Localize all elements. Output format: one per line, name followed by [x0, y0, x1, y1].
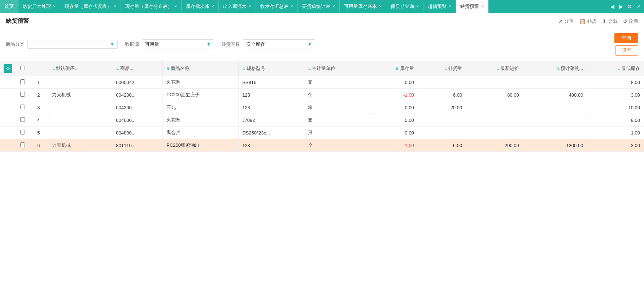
tab-label: 缺货预警 [460, 3, 479, 10]
row-number: 4 [29, 114, 48, 127]
tab-order-stats[interactable]: 要货单统计表 × [298, 0, 340, 13]
datasource-value: 可用量 [145, 41, 159, 48]
tab-receipt-summary[interactable]: 收发存汇总表 × [256, 0, 298, 13]
refresh-action[interactable]: ↺ 刷新 [623, 18, 638, 25]
tab-inout-flow[interactable]: 出入库流水 × [219, 0, 256, 13]
category-select[interactable]: ▼ [27, 40, 118, 49]
tab-label: 出入库流水 [223, 3, 247, 10]
tab-exception[interactable]: 炼货异常处理 × [18, 0, 60, 13]
sort-icon: ⇅ [444, 67, 447, 71]
row-checkbox[interactable] [20, 105, 25, 109]
tab-label: 首页 [4, 3, 14, 10]
th-stock-qty[interactable]: ⇅ 库存量 [370, 61, 418, 76]
tab-home[interactable]: 首页 [0, 0, 18, 13]
th-latest-price[interactable]: ⇅ 最新进价 [466, 61, 523, 76]
table-row[interactable]: 10000042火花塞SS816支0.008.00 [0, 76, 644, 89]
query-button[interactable]: 查询 [614, 33, 638, 43]
replenish-icon: 📋 [579, 18, 586, 24]
th-unit[interactable]: ⇅ 主计量单位 [304, 61, 370, 76]
header-actions: ↗ 分享 📋 补货 ⬇ 导出 ↺ 刷新 [558, 18, 638, 25]
cell-latest-price [466, 127, 523, 139]
row-checkbox[interactable] [20, 142, 25, 147]
replenish-base-select[interactable]: 安全库存 ▼ [243, 39, 315, 49]
close-icon[interactable]: × [114, 4, 116, 9]
tab-next-button[interactable]: ▶ [617, 2, 625, 11]
tab-overstock-warning[interactable]: 超储预警 × [423, 0, 456, 13]
tab-close-all-button[interactable]: ✕ [625, 2, 634, 11]
th-product-code[interactable]: ⇅ 商品... [112, 61, 163, 76]
table-row[interactable]: 2力天机械004200...PC200油缸庄子123个-1.006.0080.0… [0, 89, 644, 101]
gear-settings-icon[interactable]: ⚙ [4, 64, 12, 73]
table-row[interactable]: 5004800...离合片DS250*23c...只0.001.00 [0, 127, 644, 139]
tab-prev-button[interactable]: ◀ [608, 2, 617, 11]
page-title: 缺货预警 [6, 17, 29, 25]
cell-stock-qty: 0.00 [370, 76, 418, 89]
close-icon[interactable]: × [379, 4, 382, 9]
tab-shortage-warning[interactable]: 缺货预警 × [456, 0, 488, 13]
row-settings-cell [0, 139, 16, 152]
tab-inventory-status[interactable]: 现存量（库存状况表） × [60, 0, 121, 13]
row-checkbox-cell [16, 89, 29, 101]
cell-default-supplier: 力天机械 [48, 89, 112, 101]
cell-estimated-purchase [523, 101, 587, 114]
cell-latest-price [466, 101, 523, 114]
replenish-base-label: 补货基数 [221, 41, 240, 48]
cell-product-name: 离合片 [163, 127, 239, 139]
export-action[interactable]: ⬇ 导出 [602, 18, 617, 25]
select-all-checkbox[interactable] [20, 66, 25, 70]
close-icon[interactable]: × [449, 4, 451, 9]
th-estimated-purchase[interactable]: ⇅ 预计采购... [523, 61, 587, 76]
replenish-action[interactable]: 📋 补货 [579, 18, 596, 25]
sort-icon: ⇅ [496, 67, 499, 71]
row-number: 2 [29, 89, 48, 101]
table-row[interactable]: 6力天机械801110...PC200张紧油缸123个-1.006.00200.… [0, 139, 644, 152]
row-settings-cell [0, 76, 16, 89]
cell-product-name: 火花塞 [163, 76, 239, 89]
tab-expiry-query[interactable]: 保质期查询 × [386, 0, 423, 13]
row-checkbox-cell [16, 101, 29, 114]
cell-default-supplier [48, 101, 112, 114]
row-checkbox[interactable] [20, 117, 25, 122]
th-num [29, 61, 48, 76]
th-spec[interactable]: ⇅ 规格型号 [239, 61, 304, 76]
settings-button[interactable]: 设置 [615, 45, 638, 56]
cell-unit: 个 [304, 139, 370, 152]
tab-available-ledger[interactable]: 可用量库存账本 × [340, 0, 386, 13]
cell-unit: 支 [304, 114, 370, 127]
table-row[interactable]: 4004600...火花塞J7092支0.008.00 [0, 114, 644, 127]
row-checkbox-cell [16, 76, 29, 89]
th-default-supplier[interactable]: ⇅ 默认供应... [48, 61, 112, 76]
row-checkbox[interactable] [20, 79, 25, 84]
filter-area: 商品分类 ▼ 数据源 可用量 ▼ 补货基数 安全库存 ▼ 查询 设置 [0, 28, 644, 61]
th-product-name[interactable]: ⇅ 商品名称 [163, 61, 239, 76]
close-icon[interactable]: × [481, 4, 484, 9]
cell-min-stock: 1.00 [587, 127, 644, 139]
share-action[interactable]: ↗ 分享 [558, 18, 574, 25]
close-icon[interactable]: × [174, 4, 177, 9]
cell-replenish-qty [418, 114, 466, 127]
close-icon[interactable]: × [212, 4, 214, 9]
sort-icon: ⇅ [116, 67, 119, 71]
row-checkbox[interactable] [20, 130, 25, 134]
datasource-select[interactable]: 可用量 ▼ [142, 39, 214, 49]
sort-icon: ⇅ [52, 67, 55, 71]
th-replenish-qty[interactable]: ⇅ 补货量 [418, 61, 466, 76]
close-icon[interactable]: × [332, 4, 335, 9]
cell-min-stock: 3.00 [587, 89, 644, 101]
close-icon[interactable]: × [53, 4, 56, 9]
tab-expand-button[interactable]: ⤢ [634, 2, 643, 11]
close-icon[interactable]: × [416, 4, 419, 9]
th-min-stock[interactable]: ⇅ 最低库存 [587, 61, 644, 76]
tab-inventory-dist[interactable]: 现存量（库存分布表） × [121, 0, 182, 13]
cell-min-stock: 10.00 [587, 101, 644, 114]
close-icon[interactable]: × [291, 4, 293, 9]
close-icon[interactable]: × [249, 4, 251, 9]
cell-stock-qty: 0.00 [370, 114, 418, 127]
tab-batch-account[interactable]: 库存批次账 × [182, 0, 219, 13]
table-row[interactable]: 3004200...三九123箱0.0020.0010.00 [0, 101, 644, 114]
data-table: ⚙ ⇅ 默认供应... ⇅ 商品... ⇅ [0, 61, 644, 152]
row-checkbox[interactable] [20, 92, 25, 97]
tab-label: 收发存汇总表 [260, 3, 288, 10]
cell-spec: 123 [239, 101, 304, 114]
cell-estimated-purchase [523, 76, 587, 89]
